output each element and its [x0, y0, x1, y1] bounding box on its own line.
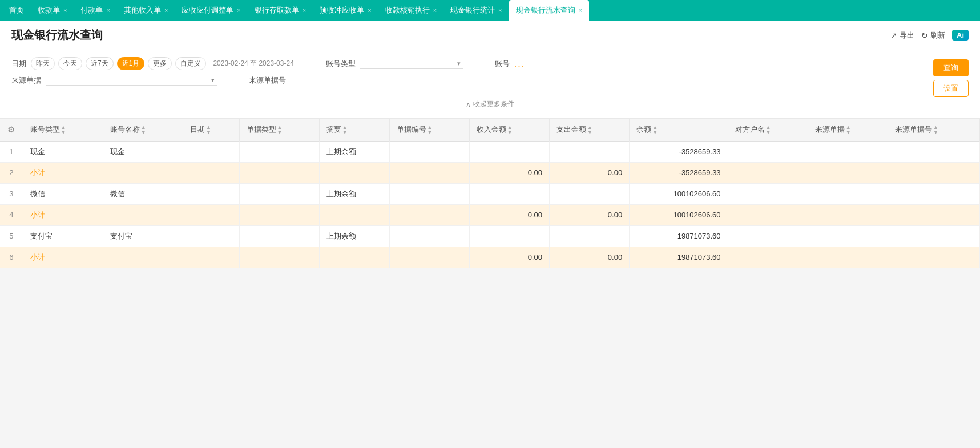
table-cell: 0.00: [469, 204, 549, 225]
nav-stats[interactable]: 现金银行统计 ×: [443, 0, 509, 21]
date-1month[interactable]: 近1月: [117, 57, 145, 70]
table-cell: 19871073.60: [630, 225, 728, 247]
source-doc-no-group: 来源单据号: [249, 75, 462, 86]
table-row: 2小计0.000.00-3528659.33: [0, 162, 980, 183]
export-button[interactable]: ↗ 导出: [890, 30, 914, 41]
source-doc-select[interactable]: ▾: [46, 75, 217, 86]
table-cell: [728, 204, 808, 225]
table-cell: [728, 183, 808, 204]
table-cell: 19871073.60: [630, 247, 728, 268]
table-cell: [183, 204, 239, 225]
sort-icon: ▲▼: [652, 125, 658, 135]
nav-bank-deposit[interactable]: 银行存取款单 ×: [248, 0, 313, 21]
table-cell: [319, 204, 389, 225]
table-cell: [389, 204, 469, 225]
th-source-doc[interactable]: 来源单据▲▼: [808, 119, 888, 141]
close-icon[interactable]: ×: [579, 0, 582, 21]
collapse-bar[interactable]: ∧ 收起更多条件: [11, 97, 969, 114]
table-cell: 100102606.60: [630, 183, 728, 204]
nav-other-income[interactable]: 其他收入单 ×: [117, 0, 175, 21]
sort-icon: ▲▼: [206, 125, 211, 135]
date-7days[interactable]: 近7天: [86, 57, 114, 70]
nav-cashflow[interactable]: 现金银行流水查询 ×: [509, 0, 589, 21]
table-cell: [808, 204, 888, 225]
sort-icon: ▲▼: [587, 125, 592, 135]
nav-prepay[interactable]: 预收冲应收单 ×: [313, 0, 378, 21]
table-cell: [183, 247, 239, 268]
table-cell: [389, 225, 469, 247]
close-icon[interactable]: ×: [63, 0, 67, 21]
th-account-type[interactable]: 账号类型▲▼: [23, 119, 103, 141]
close-icon[interactable]: ×: [303, 0, 306, 21]
account-type-select[interactable]: ▾: [360, 59, 463, 69]
refresh-button[interactable]: ↻ 刷新: [921, 30, 945, 41]
sort-icon: ▲▼: [766, 125, 771, 135]
date-range: 2023-02-24 至 2023-03-24: [213, 59, 293, 68]
nav-home[interactable]: 首页: [2, 0, 31, 21]
table-cell: 小计: [23, 162, 103, 183]
sort-icon: ▲▼: [846, 125, 851, 135]
th-income[interactable]: 收入金额▲▼: [469, 119, 549, 141]
th-account-name[interactable]: 账号名称▲▼: [103, 119, 183, 141]
sort-icon: ▲▼: [428, 125, 433, 135]
close-icon[interactable]: ×: [498, 0, 502, 21]
th-date[interactable]: 日期▲▼: [183, 119, 239, 141]
table-cell: [319, 247, 389, 268]
table-row: 5支付宝支付宝上期余额19871073.60: [0, 225, 980, 247]
th-doc-no[interactable]: 单据编号▲▼: [389, 119, 469, 141]
close-icon[interactable]: ×: [164, 0, 168, 21]
nav-verify[interactable]: 收款核销执行 ×: [378, 0, 443, 21]
table-cell: 5: [0, 225, 23, 247]
table-body: 1现金现金上期余额-3528659.332小计0.000.00-3528659.…: [0, 141, 980, 268]
date-today[interactable]: 今天: [58, 57, 82, 70]
chevron-down-icon: ▾: [211, 76, 215, 84]
nav-receipt[interactable]: 收款单 ×: [31, 0, 74, 21]
nav-payment[interactable]: 付款单 ×: [74, 0, 116, 21]
table-cell: 3: [0, 183, 23, 204]
table-cell: 小计: [23, 247, 103, 268]
date-custom[interactable]: 自定义: [175, 57, 206, 70]
table-cell: [389, 183, 469, 204]
th-gear[interactable]: ⚙: [0, 119, 23, 141]
chevron-down-icon: ▾: [457, 60, 461, 67]
table-cell: [389, 247, 469, 268]
nav-adjustment[interactable]: 应收应付调整单 ×: [175, 0, 247, 21]
table-cell: [183, 162, 239, 183]
table-cell: [808, 247, 888, 268]
date-yesterday[interactable]: 昨天: [31, 57, 55, 70]
source-doc-no-input[interactable]: [291, 75, 462, 86]
table-cell: [239, 141, 319, 162]
close-icon[interactable]: ×: [368, 0, 371, 21]
query-button[interactable]: 查询: [933, 59, 969, 76]
table-cell: [389, 141, 469, 162]
table-cell: 2: [0, 162, 23, 183]
settings-button[interactable]: 设置: [933, 80, 969, 97]
close-icon[interactable]: ×: [106, 0, 110, 21]
th-source-doc-no[interactable]: 来源单据号▲▼: [888, 119, 979, 141]
close-icon[interactable]: ×: [433, 0, 437, 21]
filter-row-2: 来源单据 ▾ 来源单据号: [11, 75, 933, 86]
ai-badge[interactable]: Ai: [952, 30, 969, 41]
table-cell: [183, 183, 239, 204]
date-more[interactable]: 更多: [148, 57, 172, 70]
table-cell: 0.00: [549, 247, 629, 268]
gear-icon[interactable]: ⚙: [7, 124, 15, 134]
close-icon[interactable]: ×: [237, 0, 240, 21]
filter-area: 日期 昨天 今天 近7天 近1月 更多 自定义 2023-02-24 至 202…: [0, 50, 980, 119]
sort-icon: ▲▼: [933, 125, 938, 135]
th-counterpart[interactable]: 对方户名▲▼: [728, 119, 808, 141]
dots-button[interactable]: ...: [514, 59, 525, 69]
th-summary[interactable]: 摘要▲▼: [319, 119, 389, 141]
table-cell: [728, 225, 808, 247]
export-icon: ↗: [890, 31, 897, 40]
source-doc-label: 来源单据: [11, 75, 41, 86]
th-balance[interactable]: 余额▲▼: [630, 119, 728, 141]
table-cell: 0.00: [549, 204, 629, 225]
table-cell: [549, 141, 629, 162]
table-cell: [389, 162, 469, 183]
th-doc-type[interactable]: 单据类型▲▼: [239, 119, 319, 141]
table-cell: -3528659.33: [630, 141, 728, 162]
table-cell: [183, 225, 239, 247]
th-expense[interactable]: 支出金额▲▼: [549, 119, 629, 141]
table-cell: 支付宝: [23, 225, 103, 247]
